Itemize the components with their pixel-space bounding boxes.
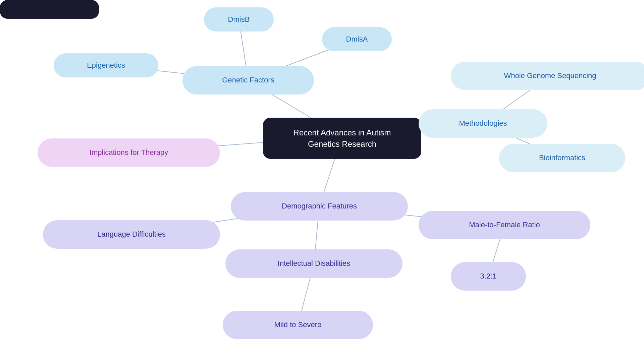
male_female-node[interactable]: Male-to-Female Ratio [419,211,590,239]
dmisb-label: DmisB [228,14,250,25]
center-node[interactable] [0,0,99,19]
bioinformatics-node[interactable]: Bioinformatics [499,144,625,172]
implications-node[interactable]: Implications for Therapy [38,138,220,167]
epigenetics-label: Epigenetics [87,60,125,71]
male_female-label: Male-to-Female Ratio [469,220,540,230]
language-node[interactable]: Language Difficulties [43,220,220,249]
dmisb-node[interactable]: DmisB [204,7,274,32]
mild_severe-node[interactable]: Mild to Severe [223,311,373,339]
genetic_factors-node[interactable]: Genetic Factors [182,66,314,95]
dmisa-node[interactable]: DmisA [322,27,392,51]
intellectual-node[interactable]: Intellectual Disabilities [225,249,402,278]
intellectual-label: Intellectual Disabilities [278,258,350,269]
center-label: Recent Advances in Autism Genetics Resea… [293,127,391,149]
ratio-node[interactable]: 3.2:1 [451,262,526,291]
whole_genome-label: Whole Genome Sequencing [504,71,596,81]
epigenetics-node[interactable]: Epigenetics [54,53,158,77]
language-label: Language Difficulties [97,229,166,240]
methodologies-label: Methodologies [459,118,507,129]
bioinformatics-label: Bioinformatics [539,153,585,163]
demographic-label: Demographic Features [282,201,357,211]
center-node[interactable]: Recent Advances in Autism Genetics Resea… [263,118,421,159]
implications-label: Implications for Therapy [90,147,168,158]
whole_genome-node[interactable]: Whole Genome Sequencing [451,62,644,90]
dmisa-label: DmisA [346,34,368,45]
demographic-node[interactable]: Demographic Features [231,192,408,221]
mild_severe-label: Mild to Severe [274,320,322,330]
methodologies-node[interactable]: Methodologies [419,109,547,138]
ratio-label: 3.2:1 [480,271,497,282]
genetic_factors-label: Genetic Factors [222,75,274,85]
